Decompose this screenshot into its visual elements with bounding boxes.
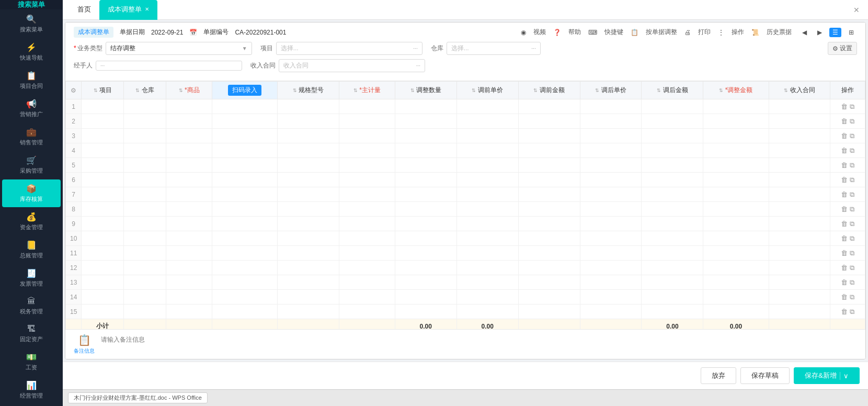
table-cell[interactable]: [124, 261, 166, 275]
table-cell[interactable]: [769, 231, 830, 246]
table-cell[interactable]: [82, 173, 124, 187]
table-cell[interactable]: [212, 231, 278, 246]
table-cell[interactable]: [518, 158, 580, 173]
tab-cost-adjust[interactable]: 成本调整单✕: [99, 0, 157, 20]
table-cell[interactable]: [278, 202, 339, 217]
table-cell[interactable]: [703, 231, 769, 246]
table-cell[interactable]: [212, 129, 278, 143]
tab-home[interactable]: 首页: [69, 0, 99, 20]
sidebar-item-tax[interactable]: 🏛税务管理: [2, 292, 61, 320]
table-cell[interactable]: [212, 99, 278, 114]
layout-btn-2[interactable]: ⊞: [846, 28, 857, 37]
copy-icon[interactable]: ⧉: [850, 293, 854, 301]
table-cell[interactable]: [124, 217, 166, 231]
table-cell[interactable]: [703, 114, 769, 129]
table-cell[interactable]: [212, 114, 278, 129]
table-cell[interactable]: [769, 304, 830, 319]
table-cell[interactable]: [395, 202, 456, 217]
table-cell[interactable]: [395, 129, 456, 143]
table-cell[interactable]: [642, 290, 703, 304]
copy-icon[interactable]: ⧉: [850, 161, 854, 170]
sidebar-item-invoice[interactable]: 🧾发票管理: [2, 264, 61, 292]
sidebar-item-purchase-mgmt[interactable]: 🛒采购管理: [2, 151, 61, 179]
table-cell[interactable]: [456, 275, 518, 290]
table-cell[interactable]: [642, 143, 703, 158]
table-cell[interactable]: [642, 129, 703, 143]
scan-button[interactable]: 扫码录入: [228, 85, 261, 96]
table-cell[interactable]: [212, 217, 278, 231]
table-cell[interactable]: [212, 261, 278, 275]
table-cell[interactable]: [456, 187, 518, 202]
table-cell[interactable]: [395, 246, 456, 261]
table-cell[interactable]: [456, 173, 518, 187]
table-cell[interactable]: [212, 202, 278, 217]
table-cell[interactable]: [518, 143, 580, 158]
table-cell[interactable]: [456, 99, 518, 114]
table-cell[interactable]: [82, 275, 124, 290]
delete-icon[interactable]: 🗑: [841, 132, 848, 140]
save-new-arrow[interactable]: ∨: [840, 372, 849, 380]
table-cell[interactable]: [339, 290, 395, 304]
table-cell[interactable]: [339, 99, 395, 114]
delete-icon[interactable]: 🗑: [841, 176, 848, 184]
table-cell[interactable]: [166, 290, 212, 304]
table-cell[interactable]: [456, 290, 518, 304]
table-cell[interactable]: [278, 129, 339, 143]
table-cell[interactable]: [769, 261, 830, 275]
delete-icon[interactable]: 🗑: [841, 146, 848, 155]
table-cell[interactable]: [339, 261, 395, 275]
table-cell[interactable]: [518, 202, 580, 217]
table-cell[interactable]: [642, 246, 703, 261]
actions-button[interactable]: 操作: [728, 27, 747, 38]
income-contract-input[interactable]: 收入合同 ···: [279, 59, 425, 72]
table-cell[interactable]: [395, 290, 456, 304]
copy-icon[interactable]: ⧉: [850, 308, 854, 316]
sidebar-item-ledger[interactable]: 📒总账管理: [2, 236, 61, 264]
table-cell[interactable]: [278, 217, 339, 231]
delete-icon[interactable]: 🗑: [841, 161, 848, 170]
table-cell[interactable]: [703, 187, 769, 202]
table-cell[interactable]: [166, 173, 212, 187]
table-cell[interactable]: [395, 304, 456, 319]
table-cell[interactable]: [124, 158, 166, 173]
table-cell[interactable]: [518, 304, 580, 319]
settings-button[interactable]: ⚙ 设置: [828, 42, 857, 55]
col-scan-header[interactable]: 扫码录入: [212, 82, 278, 99]
table-cell[interactable]: [166, 143, 212, 158]
table-cell[interactable]: [395, 99, 456, 114]
sidebar-item-sales-promo[interactable]: 📢营销推广: [2, 95, 61, 122]
table-cell[interactable]: [166, 304, 212, 319]
table-cell[interactable]: [278, 261, 339, 275]
table-cell[interactable]: [339, 143, 395, 158]
table-cell[interactable]: [82, 231, 124, 246]
warehouse-input[interactable]: 选择... ···: [447, 42, 541, 55]
save-new-button[interactable]: 保存&新增 ∨: [794, 367, 860, 384]
delete-icon[interactable]: 🗑: [841, 234, 848, 243]
sidebar-item-sales-mgmt[interactable]: 💼销售管理: [2, 123, 61, 151]
table-cell[interactable]: [124, 275, 166, 290]
table-cell[interactable]: [82, 158, 124, 173]
table-cell[interactable]: [212, 173, 278, 187]
table-cell[interactable]: [642, 261, 703, 275]
table-cell[interactable]: [456, 217, 518, 231]
delete-icon[interactable]: 🗑: [841, 249, 848, 257]
table-cell[interactable]: [339, 231, 395, 246]
table-cell[interactable]: [580, 129, 642, 143]
table-cell[interactable]: [339, 129, 395, 143]
copy-icon[interactable]: ⧉: [850, 146, 854, 155]
table-cell[interactable]: [82, 217, 124, 231]
table-cell[interactable]: [82, 290, 124, 304]
window-close-button[interactable]: ✕: [851, 6, 862, 14]
table-cell[interactable]: [518, 217, 580, 231]
table-cell[interactable]: [703, 246, 769, 261]
table-cell[interactable]: [703, 290, 769, 304]
table-cell[interactable]: [642, 304, 703, 319]
table-cell[interactable]: [703, 99, 769, 114]
table-cell[interactable]: [166, 275, 212, 290]
table-cell[interactable]: [580, 187, 642, 202]
nav-prev-button[interactable]: ◀: [799, 28, 810, 37]
table-cell[interactable]: [703, 275, 769, 290]
table-cell[interactable]: [166, 246, 212, 261]
table-cell[interactable]: [339, 217, 395, 231]
biz-type-input[interactable]: 结存调整 ▼: [106, 42, 252, 55]
